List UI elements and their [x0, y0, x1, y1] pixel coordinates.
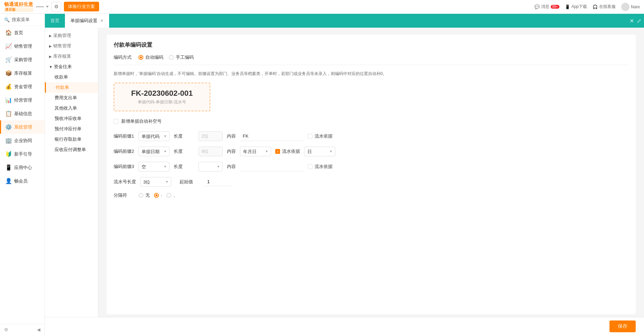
appcenter-icon: 📱 [5, 164, 11, 171]
content-panel: 付款单编码设置 编码方式 自动编码 手工编码 新增单据时，'单据编码'自动生成，… [107, 35, 636, 314]
sidebar-item-enterprise[interactable]: 🏢 企业协同 [0, 134, 45, 147]
submenu-expense[interactable]: 费用支出单 [45, 93, 98, 103]
radio-manual-code[interactable]: 手工编码 [169, 54, 194, 61]
sidebar: 🔍 搜索菜单 🏠 首页 📈 销售管理 🛒 采购管理 📦 库存核算 💰 资金管理 … [0, 14, 45, 335]
settings-icon[interactable]: ⚙ [51, 2, 61, 11]
submenu-receipt[interactable]: 收款单 [45, 72, 98, 82]
submenu-prepay-receive[interactable]: 预收冲应收单 [45, 113, 98, 124]
info-text: 新增单据时，'单据编码'自动生成，不可编辑。前缀设置为部门、业务员等档案类，开单… [114, 71, 629, 77]
submenu-other-income[interactable]: 其他收入单 [45, 103, 98, 113]
submenu-capital[interactable]: ▼ 资金往来 [45, 62, 98, 72]
sidebar-item-operation[interactable]: 📊 经营管理 [0, 93, 45, 107]
separator-row: 分隔符 无 · 、 [114, 192, 629, 198]
sidebar-item-appcenter[interactable]: 📱 应用中心 [0, 161, 45, 174]
radio-auto-code[interactable]: 自动编码 [138, 54, 163, 61]
sidebar-item-inventory[interactable]: 📦 库存核算 [0, 66, 45, 80]
encoding-method-row: 编码方式 自动编码 手工编码 [114, 54, 629, 65]
basic-icon: 📋 [5, 110, 11, 117]
prefix2-row: 编码前缀2 单据日期 长度 内容 年月日 ✓ 流水依据 [114, 147, 629, 156]
search-icon: 🔍 [4, 17, 10, 22]
prefix2-flow-checkbox[interactable]: ✓ 流水依据 [275, 148, 300, 155]
operation-icon: 📊 [5, 97, 11, 103]
prefix2-flow-checkbox-icon: ✓ [275, 149, 280, 154]
tab-encoding[interactable]: 单据编码设置 ✕ [65, 14, 109, 28]
save-button[interactable]: 保存 [609, 320, 636, 332]
sidebar-item-purchase[interactable]: 🛒 采购管理 [0, 53, 45, 66]
sidebar-item-home[interactable]: 🏠 首页 [0, 26, 45, 39]
submenu-receivable-adjust[interactable]: 应收应付调整单 [45, 145, 98, 155]
collapse-icon[interactable]: ◀ [37, 327, 40, 332]
prefix3-select[interactable]: 空 [138, 162, 170, 171]
preview-desc: 单据代码-单据日期-流水号 [123, 99, 201, 105]
prefix2-flow-unit-dropdown[interactable]: 日 [304, 147, 335, 156]
save-bar: 保存 [45, 317, 644, 335]
sidebar-item-member[interactable]: 👤 畅会员 [0, 174, 45, 188]
tab-close-all-button[interactable]: ✕ [629, 18, 634, 24]
prefix3-flow-checkbox[interactable]: 流水依据 [308, 164, 333, 170]
sidebar-item-basic[interactable]: 📋 基础信息 [0, 107, 45, 120]
serial-length-select[interactable]: 3位 [140, 177, 171, 187]
sep-none[interactable]: 无 [138, 192, 150, 198]
prefix3-flow-checkbox-icon [308, 164, 313, 169]
prefix2-dropdown[interactable]: 单据日期 [138, 147, 170, 156]
auto-fill-row: 新增单据自动补空号 [114, 118, 629, 124]
home-icon: 🏠 [5, 29, 11, 36]
prefix3-dropdown[interactable]: 空 [138, 162, 170, 171]
tab-home[interactable]: 首页 [45, 14, 65, 28]
service-button[interactable]: 🎧 在线客服 [593, 4, 616, 10]
prefix2-content-select[interactable]: 年月日 [240, 147, 271, 156]
system-icon: ⚙️ [5, 124, 11, 130]
message-button[interactable]: 💬 消息 99+ [535, 4, 559, 10]
member-icon: 👤 [5, 178, 11, 184]
service-icon: 🎧 [593, 4, 598, 9]
sidebar-item-newguide[interactable]: 🔰 新手引导 [0, 147, 45, 161]
submenu-prepay-pay[interactable]: 预付冲应付单 [45, 124, 98, 134]
submenu-bank-deposit[interactable]: 银行存取款单 [45, 134, 98, 145]
company-select[interactable]: ▪▪▪▪▪▪ [36, 4, 49, 9]
radio-auto-icon [138, 55, 143, 60]
tab-expand-button[interactable]: ⤢ [637, 18, 641, 24]
sidebar-search[interactable]: 🔍 搜索菜单 [0, 14, 45, 26]
prefix2-flow-unit-select[interactable]: 日 [304, 147, 335, 156]
prefix3-length-dropdown[interactable] [199, 162, 223, 171]
prefix2-select[interactable]: 单据日期 [138, 147, 170, 156]
sidebar-item-finance[interactable]: 💰 资金管理 [0, 80, 45, 93]
newguide-icon: 🔰 [5, 151, 11, 157]
top-bar-left: 畅通道好生意 搭豆版 ▪▪▪▪▪▪ ⚙ 体验行业方案 [4, 1, 99, 12]
prefix1-content-input[interactable] [240, 131, 304, 141]
sep-dot-radio-icon [154, 193, 159, 198]
avatar [621, 3, 629, 11]
trial-button[interactable]: 体验行业方案 [64, 2, 99, 11]
serial-start-input[interactable] [204, 178, 232, 186]
sales-icon: 📈 [5, 43, 11, 49]
sep-dash[interactable]: 、 [166, 192, 178, 198]
sidebar-item-system[interactable]: ⚙️ 系统管理 [0, 120, 45, 134]
prefix2-length-input [199, 147, 223, 156]
submenu-inventory[interactable]: ▶ 库存核算 [45, 51, 98, 62]
tab-close-icon[interactable]: ✕ [100, 18, 104, 23]
submenu-payment[interactable]: 付款单 [45, 82, 98, 93]
prefix1-dropdown[interactable]: 单据代码 [138, 131, 170, 141]
app-download-button[interactable]: 📱 App下载 [565, 4, 587, 10]
sidebar-item-sales[interactable]: 📈 销售管理 [0, 39, 45, 53]
submenu-sales[interactable]: ▶ 销售管理 [45, 41, 98, 51]
chevron-right-icon: ▶ [49, 34, 52, 38]
prefix3-content-input[interactable] [240, 162, 304, 171]
submenu-purchase[interactable]: ▶ 采购管理 [45, 30, 98, 41]
prefix2-content-dropdown[interactable]: 年月日 [240, 147, 271, 156]
prefix1-select[interactable]: 单据代码 [138, 131, 170, 141]
logo: 畅通道好生意 搭豆版 [4, 1, 33, 12]
user-profile[interactable]: Nare [621, 3, 640, 11]
tab-bar: 首页 单据编码设置 ✕ ✕ ⤢ [45, 14, 644, 28]
radio-group: 自动编码 手工编码 [138, 54, 194, 61]
sep-dot[interactable]: · [154, 193, 162, 198]
serial-length-dropdown[interactable]: 3位 [140, 177, 171, 187]
auto-fill-checkbox[interactable] [114, 119, 118, 124]
top-bar-controls: ▪▪▪▪▪▪ ⚙ 体验行业方案 [36, 2, 99, 11]
settings-bottom-icon[interactable]: ⚙ [4, 327, 8, 332]
message-badge: 99+ [551, 5, 559, 9]
prefix3-length-select[interactable] [199, 162, 223, 171]
inventory-icon: 📦 [5, 70, 11, 76]
chevron-right-icon3: ▶ [49, 55, 52, 58]
prefix1-flow-checkbox[interactable]: 流水依据 [308, 133, 333, 139]
